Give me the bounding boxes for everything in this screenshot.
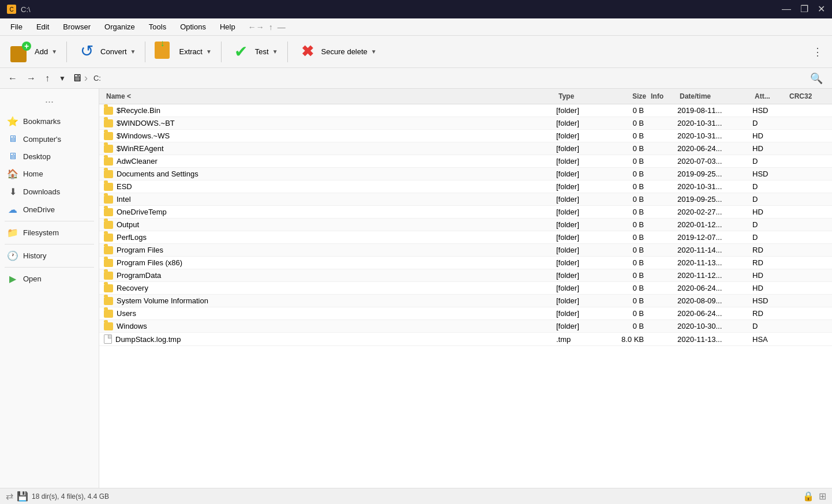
sidebar-item-computer[interactable]: 🖥 Computer's bbox=[0, 130, 99, 148]
table-row[interactable]: Program Files (x86) [folder] 0 B 2020-11… bbox=[99, 257, 832, 269]
menu-file[interactable]: File bbox=[5, 20, 28, 33]
file-attr: HSA bbox=[752, 335, 787, 344]
table-row[interactable]: DumpStack.log.tmp .tmp 8.0 KB 2020-11-13… bbox=[99, 333, 832, 346]
folder-icon bbox=[104, 272, 113, 280]
sidebar-item-downloads[interactable]: ⬇ Downloads bbox=[0, 183, 99, 201]
table-row[interactable]: AdwCleaner [folder] 0 B 2020-07-03... D bbox=[99, 155, 832, 168]
sidebar: ··· ⭐ Bookmarks 🖥 Computer's 🖥 Desktop 🏠… bbox=[0, 89, 99, 488]
table-row[interactable]: Documents and Settings [folder] 0 B 2019… bbox=[99, 168, 832, 180]
convert-chevron-icon: ▼ bbox=[130, 48, 136, 55]
file-attr: HSD bbox=[752, 296, 787, 305]
statusbar-arrows-icon: ⇄ bbox=[6, 491, 13, 502]
menu-organize[interactable]: Organize bbox=[99, 20, 141, 33]
menu-options[interactable]: Options bbox=[174, 20, 212, 33]
table-row[interactable]: Program Files [folder] 0 B 2020-11-14...… bbox=[99, 244, 832, 257]
folder-icon bbox=[104, 246, 113, 254]
file-type: [folder] bbox=[556, 246, 608, 254]
toolbar-more-button[interactable]: ⋮ bbox=[808, 42, 827, 62]
table-row[interactable]: Output [folder] 0 B 2020-01-12... D bbox=[99, 219, 832, 231]
sidebar-onedrive-label: OneDrive bbox=[23, 205, 55, 214]
sidebar-item-open[interactable]: ▶ Open bbox=[0, 270, 99, 288]
file-datetime: 2020-11-13... bbox=[677, 258, 752, 267]
file-size: 0 B bbox=[608, 208, 649, 216]
file-attr: HD bbox=[752, 144, 787, 153]
table-row[interactable]: System Volume Information [folder] 0 B 2… bbox=[99, 295, 832, 307]
file-size: 0 B bbox=[608, 258, 649, 267]
file-attr: RD bbox=[752, 309, 787, 318]
col-type-header[interactable]: Type bbox=[556, 91, 608, 101]
menu-edit[interactable]: Edit bbox=[31, 20, 55, 33]
file-size: 0 B bbox=[608, 246, 649, 254]
statusbar-text: 18 dir(s), 4 file(s), 4.4 GB bbox=[32, 492, 109, 501]
forward-button[interactable]: → bbox=[23, 71, 39, 86]
close-button[interactable]: ✕ bbox=[818, 5, 825, 14]
menu-browser[interactable]: Browser bbox=[57, 20, 96, 33]
sidebar-item-history[interactable]: 🕐 History bbox=[0, 247, 99, 265]
file-type: [folder] bbox=[556, 233, 608, 242]
col-datetime-header[interactable]: Date/time bbox=[677, 91, 752, 101]
table-row[interactable]: Recovery [folder] 0 B 2020-06-24... HD bbox=[99, 282, 832, 295]
file-type: [folder] bbox=[556, 170, 608, 178]
sidebar-item-home[interactable]: 🏠 Home bbox=[0, 165, 99, 183]
toolbar-divider-4 bbox=[287, 42, 288, 62]
file-attr: D bbox=[752, 233, 787, 242]
file-name: Windows bbox=[117, 322, 147, 330]
file-size: 0 B bbox=[608, 271, 649, 280]
dropdown-button[interactable]: ▼ bbox=[55, 72, 69, 85]
file-size: 0 B bbox=[608, 170, 649, 178]
sidebar-item-onedrive[interactable]: ☁ OneDrive bbox=[0, 201, 99, 219]
col-crc32-header[interactable]: CRC32 bbox=[787, 91, 827, 101]
table-row[interactable]: $Recycle.Bin [folder] 0 B 2019-08-11... … bbox=[99, 104, 832, 117]
file-name-cell: PerfLogs bbox=[104, 233, 556, 242]
file-type: [folder] bbox=[556, 309, 608, 318]
sidebar-item-desktop[interactable]: 🖥 Desktop bbox=[0, 148, 99, 165]
folder-icon bbox=[104, 297, 113, 305]
menu-tools[interactable]: Tools bbox=[143, 20, 172, 33]
table-row[interactable]: Intel [folder] 0 B 2019-09-25... D bbox=[99, 193, 832, 206]
table-row[interactable]: Users [folder] 0 B 2020-06-24... RD bbox=[99, 307, 832, 320]
sidebar-item-filesystem[interactable]: 📁 Filesystem bbox=[0, 224, 99, 242]
table-row[interactable]: ESD [folder] 0 B 2020-10-31... D bbox=[99, 180, 832, 193]
file-name: Recovery bbox=[117, 284, 148, 292]
convert-label: Convert bbox=[100, 47, 127, 56]
main-content: ··· ⭐ Bookmarks 🖥 Computer's 🖥 Desktop 🏠… bbox=[0, 89, 832, 488]
file-name-cell: Output bbox=[104, 220, 556, 229]
desktop-icon: 🖥 bbox=[7, 151, 18, 161]
folder-icon bbox=[104, 195, 113, 204]
col-attr-header[interactable]: Att... bbox=[752, 91, 787, 101]
minimize-button[interactable]: — bbox=[782, 5, 791, 14]
maximize-button[interactable]: ❐ bbox=[800, 5, 808, 14]
col-size-header[interactable]: Size bbox=[608, 91, 649, 101]
col-name-header[interactable]: Name < bbox=[104, 91, 556, 101]
convert-button[interactable]: ↺ Convert ▼ bbox=[70, 39, 141, 65]
table-row[interactable]: OneDriveTemp [folder] 0 B 2020-02-27... … bbox=[99, 206, 832, 219]
col-info-header[interactable]: Info bbox=[649, 91, 677, 101]
secure-delete-button[interactable]: ✖ Secure delete ▼ bbox=[291, 39, 383, 65]
file-list-container[interactable]: Name < Type Size Info Date/time Att... C… bbox=[99, 89, 832, 488]
back-button[interactable]: ← bbox=[5, 71, 21, 86]
table-row[interactable]: PerfLogs [folder] 0 B 2019-12-07... D bbox=[99, 231, 832, 244]
file-name: System Volume Information bbox=[117, 296, 208, 305]
add-button[interactable]: + Add ▼ bbox=[5, 39, 63, 65]
table-row[interactable]: $WINDOWS.~BT [folder] 0 B 2020-10-31... … bbox=[99, 117, 832, 130]
file-name-cell: Intel bbox=[104, 195, 556, 204]
test-icon: ✔ bbox=[231, 42, 252, 62]
extract-button[interactable]: ↓ Extract ▼ bbox=[149, 39, 217, 65]
search-button[interactable]: 🔍 bbox=[805, 70, 827, 87]
address-path[interactable]: C: bbox=[90, 73, 104, 84]
table-row[interactable]: ProgramData [folder] 0 B 2020-11-12... H… bbox=[99, 269, 832, 282]
file-attr: RD bbox=[752, 258, 787, 267]
folder-icon bbox=[104, 234, 113, 242]
table-row[interactable]: $Windows.~WS [folder] 0 B 2020-10-31... … bbox=[99, 130, 832, 142]
up-button[interactable]: ↑ bbox=[42, 71, 53, 86]
table-row[interactable]: $WinREAgent [folder] 0 B 2020-06-24... H… bbox=[99, 142, 832, 155]
menu-extras: ←→ ↑ — bbox=[248, 22, 286, 32]
table-row[interactable]: Windows [folder] 0 B 2020-10-30... D bbox=[99, 320, 832, 333]
menu-help[interactable]: Help bbox=[214, 20, 241, 33]
secure-delete-chevron-icon: ▼ bbox=[371, 48, 377, 55]
sidebar-more-button[interactable]: ··· bbox=[0, 93, 99, 112]
test-button[interactable]: ✔ Test ▼ bbox=[225, 39, 284, 65]
sidebar-item-bookmarks[interactable]: ⭐ Bookmarks bbox=[0, 112, 99, 130]
file-name: ESD bbox=[117, 182, 132, 191]
file-name-cell: AdwCleaner bbox=[104, 157, 556, 166]
